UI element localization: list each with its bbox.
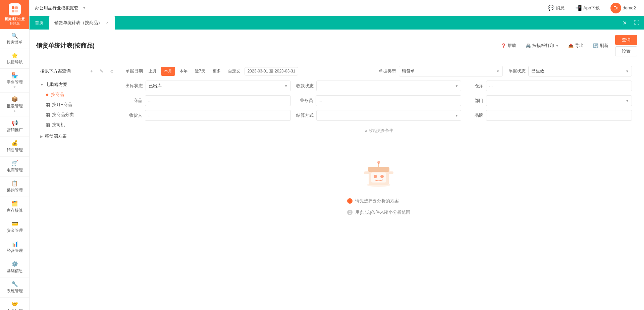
sidebar-item-marketing[interactable]: 📢 营销推广: [0, 116, 29, 137]
tree-item-by-clerk-label: 按司机: [52, 122, 65, 128]
sidebar-item-system[interactable]: 🔧 系统管理: [0, 277, 29, 298]
tree-item-by-category[interactable]: ▦ 按商品分类: [36, 110, 120, 120]
main-filter-wrapper: 按以下方案查询 ＋ ✎ « ▼ 电脑端方案: [36, 62, 637, 305]
finance-label: 资金管理: [7, 228, 23, 234]
sidebar-item-purchase[interactable]: 📋 采购管理: [0, 177, 29, 197]
date-range-input[interactable]: 2023-03-01 至 2023-03-31: [245, 67, 299, 75]
search-menu-item[interactable]: 🔍 搜索菜单: [0, 29, 29, 49]
payment-method-select[interactable]: ▼: [316, 110, 462, 121]
sidebar-item-sales[interactable]: 💰 销售管理: [0, 137, 29, 157]
sidebar-item-retail[interactable]: 🏪 零售管理 ▼: [0, 69, 29, 93]
date-btn-custom[interactable]: 自定义: [225, 67, 243, 76]
svg-rect-6: [368, 167, 389, 172]
doc-status-label: 单据状态: [508, 68, 526, 74]
step1-num: 1: [347, 198, 353, 204]
sidebar-item-operations[interactable]: 📊 经营管理: [0, 237, 29, 257]
warehouse-label: 仓库: [467, 83, 483, 89]
add-scheme-button[interactable]: ＋: [88, 67, 96, 75]
tab-bar: 首页 销货单统计表（按商品） × ✕ ⛶: [30, 16, 644, 30]
workspace-name[interactable]: 办公用品行业模拟账套: [35, 5, 78, 11]
refresh-icon: 🔄: [593, 43, 598, 48]
filter-row-3: 商品 ··· 业务员 ···: [125, 95, 632, 106]
warehouse-dots-icon: ···: [489, 84, 493, 89]
filter-group-out-status: 出库状态 已出库 ▼: [125, 81, 291, 91]
out-status-select[interactable]: 已出库 ▼: [146, 81, 291, 91]
left-panel-actions: ＋ ✎ «: [88, 67, 116, 75]
export-button[interactable]: 📤 导出: [566, 41, 586, 50]
doc-status-select[interactable]: 已生效 ▼: [528, 66, 632, 76]
header-left: 办公用品行业模拟账套 ▼: [35, 5, 86, 11]
quick-nav-item[interactable]: ⭐ 快捷导航: [0, 49, 29, 69]
tab-close-all-button[interactable]: ✕: [620, 18, 629, 28]
edit-scheme-button[interactable]: ✎: [98, 67, 106, 75]
tree-section-desktop: ▼ 电脑端方案 ● 按商品 ▦ 按月+商品 ▦: [36, 80, 120, 130]
sidebar-item-cooperation[interactable]: 🤝 企业协同: [0, 298, 29, 310]
app-download-button[interactable]: 📲 App下载: [573, 3, 602, 12]
tree-item-by-month-product[interactable]: ▦ 按月+商品: [36, 100, 120, 110]
out-status-value: 已出库: [149, 83, 162, 89]
svg-point-9: [380, 175, 384, 178]
tree-section-desktop-header[interactable]: ▼ 电脑端方案: [36, 80, 120, 90]
sidebar-item-basic[interactable]: ⚙️ 基础信息: [0, 257, 29, 277]
filter-group-department: 部门 ▼: [467, 95, 632, 106]
message-label: 消息: [556, 5, 565, 11]
tree-item-by-clerk[interactable]: ▦ 按司机: [36, 120, 120, 130]
print-label: 按模板打印: [532, 43, 554, 49]
recipient-input[interactable]: ···: [145, 110, 291, 121]
product-input[interactable]: ···: [145, 95, 291, 106]
print-dropdown-arrow: ▼: [555, 44, 559, 48]
date-btn-this-month[interactable]: 本月: [161, 67, 175, 76]
date-btn-last-month[interactable]: 上月: [146, 67, 160, 76]
date-btn-last-7-days[interactable]: 近7天: [192, 67, 208, 76]
refresh-button[interactable]: 🔄 刷新: [590, 41, 611, 50]
tree-item-by-product[interactable]: ● 按商品: [36, 90, 120, 100]
message-button[interactable]: 💬 消息: [545, 3, 567, 12]
page-content: 销货单统计表(按商品) ❓ 帮助 🖨️ 按模板打印 ▼ 📤 导出: [30, 30, 644, 310]
tree-section-mobile-header[interactable]: ▶ 移动端方案: [36, 131, 120, 141]
collapse-left-panel-button[interactable]: «: [108, 67, 116, 75]
doc-type-select[interactable]: 销货单 ▼: [399, 66, 503, 76]
sidebar-item-inventory[interactable]: 🗂️ 库存核算: [0, 197, 29, 217]
date-btn-more[interactable]: 更多: [210, 67, 224, 76]
tab-report[interactable]: 销货单统计表（按商品） ×: [49, 16, 115, 30]
logo-text: 畅捷通好生意: [5, 17, 25, 21]
date-range-separator: 至: [269, 68, 273, 74]
tab-close-button[interactable]: ×: [105, 20, 110, 25]
department-select[interactable]: ▼: [486, 95, 632, 106]
sidebar-item-wholesale[interactable]: 📦 批发管理 ▲: [0, 93, 29, 116]
tab-fullscreen-button[interactable]: ⛶: [632, 18, 641, 28]
operations-icon: 📊: [11, 241, 18, 247]
print-icon: 🖨️: [526, 43, 531, 48]
product-scheme-icon: ●: [46, 92, 49, 98]
filter-group-salesperson: 业务员 ···: [296, 95, 462, 106]
step2-num: 2: [347, 210, 353, 215]
user-profile-button[interactable]: Ea demo2: [608, 1, 639, 15]
system-label: 系统管理: [7, 288, 23, 294]
retail-icon: 🏪: [11, 72, 18, 79]
header-right: 💬 消息 📲 App下载 Ea demo2: [545, 1, 639, 15]
print-button[interactable]: 🖨️ 按模板打印 ▼: [523, 41, 561, 50]
content-area: 销货单统计表(按商品) ❓ 帮助 🖨️ 按模板打印 ▼ 📤 导出: [30, 30, 644, 310]
tab-home[interactable]: 首页: [30, 16, 49, 30]
salesperson-input[interactable]: ···: [316, 95, 462, 106]
download-icon: 📲: [575, 5, 582, 11]
sidebar-logo[interactable]: 畅捷通好生意 标账版: [0, 0, 29, 29]
date-btn-this-year[interactable]: 本年: [176, 67, 191, 76]
warehouse-input[interactable]: ···: [486, 81, 632, 91]
settings-button[interactable]: 设置: [615, 46, 637, 56]
doc-type-label: 单据类型: [379, 68, 396, 74]
brand-input[interactable]: ···: [486, 110, 632, 121]
svg-rect-3: [15, 10, 18, 12]
payment-method-arrow-icon: ▼: [455, 114, 458, 117]
help-button[interactable]: ❓ 帮助: [498, 41, 519, 50]
sidebar-item-ecommerce[interactable]: 🛒 电商管理: [0, 157, 29, 177]
product-dots-icon: ···: [148, 98, 152, 103]
payment-status-select[interactable]: ▼: [316, 81, 462, 91]
date-range-start: 2023-03-01: [248, 69, 268, 73]
category-icon: ▦: [46, 112, 50, 117]
help-label: 帮助: [507, 43, 516, 49]
collapse-bar[interactable]: ∧ 收起更多条件: [125, 125, 632, 136]
sidebar-item-finance[interactable]: 💳 资金管理: [0, 217, 29, 237]
query-button[interactable]: 查询: [615, 35, 637, 45]
tab-report-label: 销货单统计表（按商品）: [54, 20, 102, 26]
